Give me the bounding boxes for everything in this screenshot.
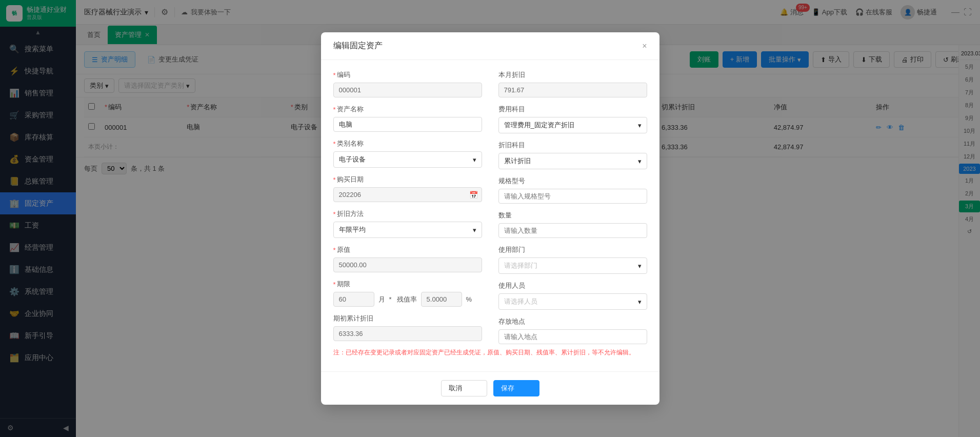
dep-subject-dropdown-icon: ▾ [638, 157, 642, 165]
salvage-rate-unit: % [466, 295, 472, 303]
dept-placeholder: 请选择部门 [504, 261, 537, 270]
user-field-group: 使用人员 请选择人员 ▾ [498, 281, 647, 310]
location-label: 存放地点 [498, 317, 647, 326]
modal-title: 编辑固定资产 [333, 41, 383, 51]
code-label: * 编码 [333, 70, 482, 80]
dep-method-label: * 折旧方法 [333, 209, 482, 218]
dep-subject-select[interactable]: 累计折旧 ▾ [498, 153, 647, 169]
modal-form: * 编码 * 资产名称 [333, 70, 647, 344]
calendar-icon: 📅 [469, 191, 478, 199]
modal-footer: 取消 保存 [321, 371, 659, 405]
dep-method-field-group: * 折旧方法 年限平均 ▾ [333, 209, 482, 238]
left-form-column: * 编码 * 资产名称 [333, 70, 482, 344]
purchase-date-field-group: * 购买日期 📅 [333, 175, 482, 202]
original-value-input[interactable] [333, 257, 482, 272]
category-label: * 类别名称 [333, 139, 482, 148]
original-value-field-group: * 原值 [333, 245, 482, 272]
save-button[interactable]: 保存 [493, 380, 539, 396]
modal-body: * 编码 * 资产名称 [321, 60, 659, 371]
spec-input[interactable] [498, 189, 647, 204]
modal-overlay: 编辑固定资产 × * 编码 [0, 0, 980, 437]
dep-method-select[interactable]: 年限平均 ▾ [333, 222, 482, 238]
dep-subject-field-group: 折旧科目 累计折旧 ▾ [498, 141, 647, 169]
period-label: * 期限 [333, 280, 482, 289]
expense-subject-select[interactable]: 管理费用_固定资产折旧 ▾ [498, 117, 647, 133]
period-input[interactable] [333, 292, 374, 307]
modal-close-button[interactable]: × [642, 42, 647, 51]
quantity-field-group: 数量 [498, 211, 647, 238]
category-dropdown-icon: ▾ [473, 156, 476, 164]
code-field-group: * 编码 [333, 70, 482, 97]
right-form-column: 本月折旧 费用科目 管理费用_固定资产折旧 ▾ 折旧科目 [498, 70, 647, 344]
period-unit: 月 [378, 295, 385, 304]
code-input[interactable] [333, 83, 482, 97]
period-accum-dep-field-group: 期初累计折旧 [333, 314, 482, 341]
category-select[interactable]: 电子设备 ▾ [333, 151, 482, 168]
purchase-date-input[interactable] [333, 187, 482, 202]
salvage-rate-label: 残值率 [397, 295, 417, 304]
monthly-dep-label: 本月折旧 [498, 70, 647, 80]
dept-dropdown-icon: ▾ [638, 262, 642, 270]
period-salvage-field-group: * 期限 月 * 残值率 % [333, 280, 482, 307]
expense-subject-label: 费用科目 [498, 105, 647, 114]
quantity-input[interactable] [498, 223, 647, 238]
user-dropdown-icon: ▾ [638, 298, 642, 306]
edit-asset-modal: 编辑固定资产 × * 编码 [321, 32, 659, 405]
purchase-date-label: * 购买日期 [333, 175, 482, 184]
monthly-dep-input[interactable] [498, 83, 647, 97]
name-field-group: * 资产名称 [333, 105, 482, 132]
dep-subject-label: 折旧科目 [498, 141, 647, 150]
expense-subject-dropdown-icon: ▾ [638, 122, 642, 129]
name-label: * 资产名称 [333, 105, 482, 114]
spec-field-group: 规格型号 [498, 176, 647, 204]
category-field-group: * 类别名称 电子设备 ▾ [333, 139, 482, 168]
user-label: 使用人员 [498, 281, 647, 290]
modal-note: 注：已经存在变更记录或者对应固定资产已经生成凭证，原值、购买日期、残值率、累计折… [333, 344, 647, 361]
dept-field-group: 使用部门 请选择部门 ▾ [498, 245, 647, 274]
original-value-label: * 原值 [333, 245, 482, 254]
dept-label: 使用部门 [498, 245, 647, 254]
user-placeholder: 请选择人员 [504, 297, 537, 306]
location-input[interactable] [498, 329, 647, 344]
cancel-button[interactable]: 取消 [441, 380, 487, 396]
user-select[interactable]: 请选择人员 ▾ [498, 293, 647, 310]
dep-method-dropdown-icon: ▾ [473, 226, 476, 234]
location-field-group: 存放地点 [498, 317, 647, 344]
monthly-dep-field-group: 本月折旧 [498, 70, 647, 97]
name-input[interactable] [333, 117, 482, 132]
spec-label: 规格型号 [498, 176, 647, 186]
modal-header: 编辑固定资产 × [321, 32, 659, 60]
period-accum-dep-input[interactable] [333, 326, 482, 341]
dept-select[interactable]: 请选择部门 ▾ [498, 257, 647, 274]
period-accum-dep-label: 期初累计折旧 [333, 314, 482, 323]
quantity-label: 数量 [498, 211, 647, 220]
salvage-rate-input[interactable] [421, 292, 462, 307]
expense-subject-field-group: 费用科目 管理费用_固定资产折旧 ▾ [498, 105, 647, 133]
